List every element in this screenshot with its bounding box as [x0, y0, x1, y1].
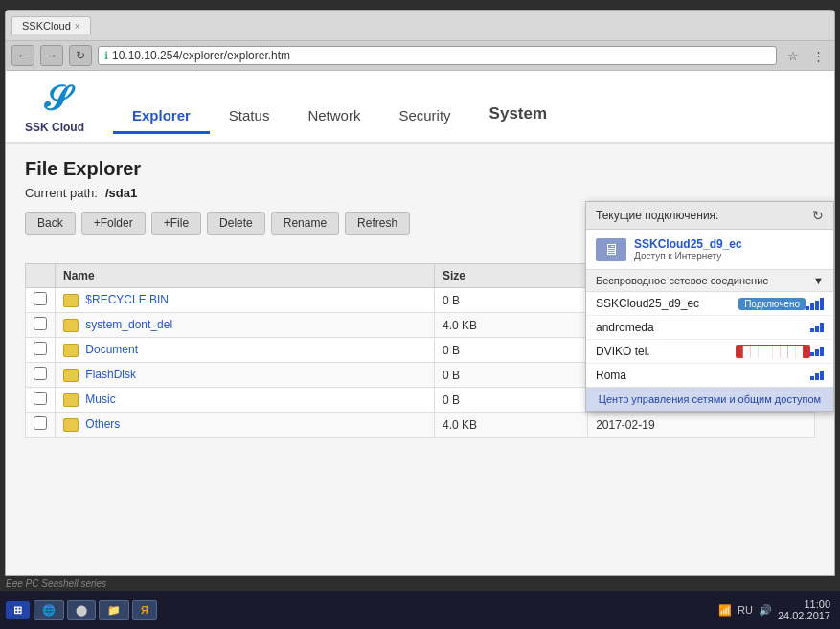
taskbar-tray: 📶 RU 🔊 11:00 24.02.2017 [718, 598, 834, 621]
wifi-network-row-1[interactable]: SSKCloud25_d9_ec Подключено [586, 292, 833, 316]
row-checkbox[interactable] [26, 288, 56, 313]
wifi-refresh-icon[interactable]: ↻ [812, 208, 824, 223]
wifi-connected-subtitle: Доступ к Интернету [634, 251, 824, 261]
desktop: SSKCloud × ← → ↻ ℹ 10.10.10.254/explorer… [0, 0, 840, 629]
bar2 [815, 373, 819, 380]
menu-icon[interactable]: ⋮ [807, 45, 829, 66]
row-name[interactable]: Music [56, 388, 435, 413]
wifi-section-label: Беспроводное сетевое соединение ▼ [586, 270, 833, 292]
wifi-network-row-3[interactable]: DVIKO tel. ████████ [586, 340, 833, 364]
taskbar-item-chrome[interactable]: ⬤ [67, 600, 96, 620]
ssk-logo-icon: 𝒮 [30, 79, 79, 119]
wifi-network-row-4[interactable]: Roma [586, 364, 833, 387]
wifi-network-icon: 🖥 [596, 238, 626, 261]
table-row[interactable]: Others 4.0 KB 2017-02-19 [26, 413, 815, 438]
rename-btn[interactable]: Rename [271, 212, 339, 235]
wifi-network-list: SSKCloud25_d9_ec Подключено androme [586, 292, 833, 388]
file-name-text: Document [85, 343, 138, 356]
row-checkbox[interactable] [26, 388, 56, 413]
folder-icon [63, 369, 79, 382]
path-label: Current path: [25, 186, 98, 200]
tray-volume-icon: 🔊 [759, 604, 772, 617]
row-name[interactable]: system_dont_del [56, 313, 435, 338]
col-name[interactable]: Name [56, 264, 435, 288]
col-size[interactable]: Size [434, 264, 587, 288]
browser-tab-active[interactable]: SSKCloud × [11, 16, 91, 34]
row-name[interactable]: $RECYCLE.BIN [56, 288, 435, 313]
bar3 [815, 301, 819, 310]
wifi-connected-item: 🖥 SSKCloud25_d9_ec Доступ к Интернету [586, 230, 833, 270]
row-date: 2017-02-19 [588, 413, 815, 438]
bar1 [810, 328, 814, 332]
bar2 [815, 349, 819, 356]
row-checkbox[interactable] [26, 338, 56, 363]
ssk-nav: Explorer Status Network Security System [113, 79, 566, 134]
new-folder-btn[interactable]: +Folder [81, 212, 146, 235]
wifi-bars-1 [806, 298, 824, 310]
forward-button[interactable]: → [40, 45, 63, 66]
bar3 [820, 371, 824, 380]
nav-security[interactable]: Security [379, 100, 469, 134]
taskbar-item-ie[interactable]: 🌐 [34, 600, 64, 620]
back-btn[interactable]: Back [25, 212, 76, 235]
row-size: 0 B [434, 288, 587, 313]
row-size: 0 B [434, 388, 587, 413]
wifi-ssid-1: SSKCloud25_d9_ec [596, 297, 738, 310]
ssk-logo: 𝒮 SSK Cloud [25, 79, 84, 134]
row-checkbox[interactable] [26, 313, 56, 338]
refresh-btn[interactable]: Refresh [345, 212, 410, 235]
wifi-header-text: Текущие подключения: [596, 209, 718, 222]
chrome-icon: ⬤ [76, 604, 87, 617]
bar1 [806, 306, 809, 310]
row-name[interactable]: Others [56, 413, 435, 438]
bookmark-icon[interactable]: ☆ [783, 45, 804, 66]
wifi-connected-info: SSKCloud25_d9_ec Доступ к Интернету [634, 237, 824, 261]
file-name-text: $RECYCLE.BIN [85, 293, 169, 306]
pc-model-label: Eee PC Seashell series [6, 578, 106, 589]
wifi-network-row-2[interactable]: andromeda [586, 316, 833, 340]
taskbar-item-yandex[interactable]: Я [132, 600, 157, 620]
tab-close-btn[interactable]: × [75, 21, 80, 32]
nav-explorer[interactable]: Explorer [113, 100, 210, 134]
wifi-bars-2 [810, 323, 824, 332]
folder-icon [63, 294, 79, 307]
wifi-popup: Текущие подключения: ↻ 🖥 SSKCloud25_d9_e… [585, 201, 834, 412]
browser-toolbar: ← → ↻ ℹ 10.10.10.254/explorer/explorer.h… [6, 41, 834, 71]
bar3 [820, 323, 824, 332]
new-file-btn[interactable]: +File [151, 212, 201, 235]
taskbar-item-files[interactable]: 📁 [99, 600, 129, 620]
wifi-footer[interactable]: Центр управления сетями и общим доступом [586, 388, 833, 411]
row-name[interactable]: Document [56, 338, 435, 363]
refresh-button[interactable]: ↻ [69, 45, 92, 66]
address-text: 10.10.10.254/explorer/explorer.htm [112, 49, 290, 62]
tray-clock: 11:00 24.02.2017 [778, 598, 830, 621]
file-name-text: FlashDisk [85, 368, 136, 381]
row-checkbox[interactable] [26, 363, 56, 388]
wifi-ssid-2: andromeda [596, 321, 810, 334]
nav-system[interactable]: System [470, 97, 566, 134]
wifi-blocked-label: ████████ [736, 345, 810, 358]
col-checkbox [26, 264, 56, 288]
bar2 [810, 303, 814, 310]
folder-icon [63, 344, 79, 357]
file-name-text: Music [85, 393, 115, 406]
row-checkbox[interactable] [26, 413, 56, 438]
wifi-section-icon[interactable]: ▼ [813, 275, 824, 286]
yandex-icon: Я [141, 604, 148, 616]
taskbar: ⊞ 🌐 ⬤ 📁 Я 📶 RU 🔊 11:00 24.02.2017 [0, 591, 840, 629]
wifi-connected-ssid: SSKCloud25_d9_ec [634, 237, 824, 251]
bar2 [815, 326, 819, 332]
start-button[interactable]: ⊞ [6, 601, 30, 619]
ssk-logo-text: SSK Cloud [25, 121, 84, 134]
wifi-ssid-4: Roma [596, 369, 810, 382]
bar1 [810, 376, 814, 380]
path-value: /sda1 [105, 186, 137, 200]
row-name[interactable]: FlashDisk [56, 363, 435, 388]
nav-status[interactable]: Status [210, 100, 289, 134]
back-button[interactable]: ← [11, 45, 34, 66]
address-bar[interactable]: ℹ 10.10.10.254/explorer/explorer.htm [98, 46, 777, 65]
nav-network[interactable]: Network [288, 100, 379, 134]
delete-btn[interactable]: Delete [207, 212, 265, 235]
file-name-text: Others [85, 417, 120, 431]
row-size: 4.0 KB [434, 313, 587, 338]
